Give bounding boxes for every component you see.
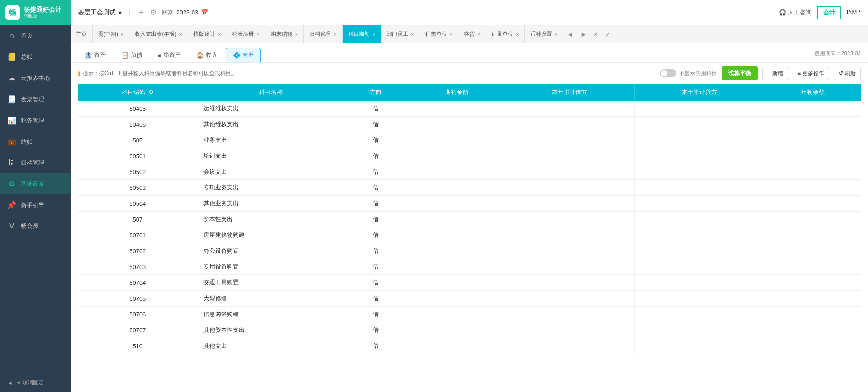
- subtab-支出[interactable]: 💠 支出: [226, 48, 261, 62]
- subtab-收入[interactable]: 🏠 收入: [189, 48, 224, 62]
- org-name: 基层工会测试: [78, 9, 116, 17]
- col-year-begin: 年初余额: [764, 84, 861, 101]
- sidebar-item-首页[interactable]: ⌂ 首页: [0, 25, 71, 46]
- table-row[interactable]: 50704 交通工具购置 借: [78, 275, 861, 291]
- cell-direction: 借: [344, 196, 408, 212]
- tab-科目期初[interactable]: 科目期初×: [343, 25, 381, 43]
- table-row[interactable]: 507 资本性支出 借: [78, 212, 861, 227]
- table-row[interactable]: 50707 其他资本性支出 借: [78, 322, 861, 338]
- sidebar-item-基础设置[interactable]: ⚙ 基础设置: [0, 173, 71, 194]
- tab-往来单位[interactable]: 往来单位×: [420, 25, 458, 43]
- sidebar-item-畅会员[interactable]: V 畅会员: [0, 216, 71, 236]
- cell-name: 信息网络购建: [198, 307, 344, 322]
- tab-nav-right-btn[interactable]: ►: [577, 31, 590, 38]
- refresh-btn[interactable]: ↺ 刷新: [834, 67, 861, 80]
- cell-ytd-debit: [505, 148, 635, 164]
- cell-ytd-credit: [635, 180, 764, 196]
- cell-period-balance: [408, 275, 505, 291]
- tab-close-icon[interactable]: ×: [411, 32, 414, 37]
- tab-计量单位[interactable]: 计量单位×: [486, 25, 524, 43]
- tab-close-all-btn[interactable]: ×: [590, 31, 601, 38]
- tab-close-icon[interactable]: ×: [179, 32, 182, 37]
- table-row[interactable]: 50502 会议支出 借: [78, 164, 861, 180]
- iam-label: iAM *: [847, 9, 861, 16]
- tab-期末结转[interactable]: 期末结转×: [265, 25, 304, 43]
- sidebar-footer-pin[interactable]: ◄ ◄ 取消固定: [0, 373, 71, 392]
- table-row[interactable]: 50701 房屋建筑物购建 借: [78, 227, 861, 243]
- account-btn[interactable]: 会计: [817, 6, 841, 19]
- table-row[interactable]: 50702 办公设备购置 借: [78, 243, 861, 259]
- sidebar-item-税务管理[interactable]: 📊 税务管理: [0, 110, 71, 131]
- cell-name: 其他资本性支出: [198, 322, 344, 338]
- cell-direction: 借: [344, 180, 408, 196]
- cell-ytd-credit: [635, 322, 764, 338]
- tab-close-icon[interactable]: ×: [516, 32, 519, 37]
- hint-text: 提示：按Ctrl + F键并输入科目编码或者科目名称可以查找科目。: [83, 70, 236, 77]
- sidebar-label-首页: 首页: [21, 32, 33, 40]
- calculate-btn[interactable]: 试算平衡: [722, 66, 758, 80]
- cell-code: 50707: [78, 322, 198, 338]
- toggle-disabled-accounts[interactable]: 不显示禁用科目: [660, 69, 717, 77]
- tab-贡(中期)[interactable]: 贡(中期)×: [93, 25, 129, 43]
- tab-部门员工[interactable]: 部门员工×: [381, 25, 420, 43]
- tab-close-icon[interactable]: ×: [121, 32, 123, 37]
- tab-close-icon[interactable]: ×: [256, 32, 259, 37]
- sidebar-item-新手引导[interactable]: 📌 新手引导: [0, 194, 71, 216]
- tab-close-icon[interactable]: ×: [555, 32, 557, 37]
- more-actions-btn[interactable]: ≡ 更多操作: [793, 67, 829, 80]
- tab-close-icon[interactable]: ×: [477, 32, 480, 37]
- col-settings-icon[interactable]: ⚙: [149, 89, 154, 95]
- period-value: 2023-03: [176, 9, 198, 16]
- tab-close-icon[interactable]: ×: [295, 32, 298, 37]
- table-row[interactable]: 50706 信息网络购建 借: [78, 307, 861, 322]
- add-org-btn[interactable]: ＋: [137, 8, 145, 17]
- tab-归档管理[interactable]: 归档管理×: [304, 25, 342, 43]
- table-row[interactable]: 50406 其他维权支出 借: [78, 117, 861, 132]
- tab-存货[interactable]: 存货×: [458, 25, 486, 43]
- cell-period-balance: [408, 338, 505, 354]
- sidebar-item-发票管理[interactable]: 🧾 发票管理: [0, 89, 71, 110]
- table-row[interactable]: 50503 专项业务支出 借: [78, 180, 861, 196]
- calendar-icon[interactable]: 📅: [201, 9, 208, 16]
- toggle-switch-control[interactable]: [660, 69, 676, 77]
- cell-year-begin: [764, 212, 861, 227]
- table-row[interactable]: 50703 专用设备购置 借: [78, 259, 861, 275]
- subtab-负债[interactable]: 📋 负债: [114, 48, 149, 62]
- subtab-资产[interactable]: 🏦 资产: [78, 48, 113, 62]
- tab-币种设置[interactable]: 币种设置×: [525, 25, 563, 43]
- table-row[interactable]: 50501 培训支出 借: [78, 148, 861, 164]
- tabbar: 首页贡(中期)×收入支出表(年报)×模版设计×税表清册×期末结转×归档管理×科目…: [71, 25, 868, 43]
- cell-period-balance: [408, 180, 505, 196]
- table-header: 科目编码 ⚙ 科目名称 方向 期初余额 本年累计借方 本年累计贷方 年初余额: [78, 84, 861, 101]
- table-row[interactable]: 50504 其他业务支出 借: [78, 196, 861, 212]
- tab-close-icon[interactable]: ×: [450, 32, 453, 37]
- help-btn[interactable]: 🎧 人工咨询: [779, 9, 811, 17]
- org-selector[interactable]: 基层工会测试 ▾: [78, 9, 122, 17]
- org-settings-btn[interactable]: ⚙: [150, 8, 156, 17]
- tab-税表清册[interactable]: 税表清册×: [226, 25, 265, 43]
- table-row[interactable]: 505 业务支出 借: [78, 132, 861, 148]
- tab-expand-btn[interactable]: ⤢: [601, 31, 614, 38]
- sidebar-item-总账[interactable]: 📒 总账: [0, 46, 71, 67]
- table-row[interactable]: 50705 大型修缮 借: [78, 291, 861, 307]
- sidebar-item-归档管理[interactable]: 🗄 归档管理: [0, 152, 71, 173]
- sidebar-item-云报表中心[interactable]: ☁ 云报表中心: [0, 67, 71, 89]
- add-btn[interactable]: + 新增: [762, 67, 788, 80]
- tab-收入支出表(年报)[interactable]: 收入支出表(年报)×: [129, 25, 188, 43]
- col-ytd-credit: 本年累计贷方: [635, 84, 764, 101]
- col-ytd-debit: 本年累计借方: [505, 84, 635, 101]
- table-body: 50405 运维维权支出 借 50406 其他维权支出 借 505 业务支出 借…: [78, 101, 861, 354]
- tab-close-icon[interactable]: ×: [373, 32, 375, 37]
- tab-close-icon[interactable]: ×: [218, 32, 221, 37]
- tab-label: 归档管理: [309, 30, 331, 38]
- table-row[interactable]: 510 其他支出 借: [78, 338, 861, 354]
- table-row[interactable]: 50405 运维维权支出 借: [78, 101, 861, 117]
- tab-close-icon[interactable]: ×: [334, 32, 336, 37]
- sidebar-label-新手引导: 新手引导: [21, 201, 44, 209]
- tab-模版设计[interactable]: 模版设计×: [188, 25, 226, 43]
- sidebar-item-结账[interactable]: 💼 结账: [0, 131, 71, 152]
- tab-nav-left-btn[interactable]: ◄: [563, 31, 577, 38]
- sidebar-icon-首页: ⌂: [7, 32, 16, 40]
- tab-首页[interactable]: 首页: [71, 25, 93, 43]
- subtab-净资产[interactable]: ≡ 净资产: [151, 48, 188, 62]
